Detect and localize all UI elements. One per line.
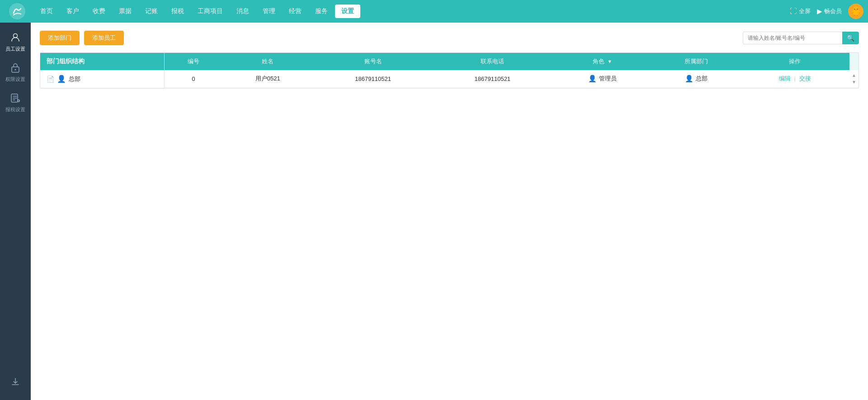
th-dept: 所属部门 <box>652 53 740 70</box>
role-person-icon: 👤 <box>588 75 597 83</box>
th-scroll <box>849 53 859 70</box>
cell-role: 👤 管理员 <box>552 70 652 88</box>
toolbar: 添加部门 添加员工 🔍 <box>40 31 859 45</box>
dept-panel-header: 部门组织结构 <box>40 53 164 70</box>
sidebar-item-permission[interactable]: 权限设置 <box>0 57 31 88</box>
file-icon: 📄 <box>47 75 54 83</box>
svg-point-1 <box>14 34 18 38</box>
panels: 部门组织结构 📄 👤 总部 编号 姓名 账号名 联系电话 <box>40 52 859 89</box>
dept-name: 总部 <box>69 75 80 83</box>
tax-settings-icon <box>10 93 20 104</box>
main-layout: 员工设置 权限设置 报税设置 <box>0 23 868 400</box>
cell-name: 用户0521 <box>222 70 313 88</box>
th-role[interactable]: 角色 ▼ <box>552 53 652 70</box>
vip-button[interactable]: ▶ 畅会员 <box>817 7 842 15</box>
top-navigation: 首页 客户 收费 票据 记账 报税 工商项目 消息 管理 经营 服务 设置 ⛶ … <box>0 0 868 23</box>
role-value: 管理员 <box>599 75 617 83</box>
fullscreen-button[interactable]: ⛶ 全屏 <box>790 7 811 15</box>
th-account: 账号名 <box>313 53 433 70</box>
lock-icon <box>11 63 20 74</box>
action-separator: | <box>794 75 796 82</box>
sidebar-item-employee[interactable]: 员工设置 <box>0 27 31 57</box>
nav-item-business[interactable]: 工商项目 <box>191 5 229 18</box>
sidebar-item-tax-settings[interactable]: 报税设置 <box>0 88 31 118</box>
nav-item-tax[interactable]: 报税 <box>165 5 190 18</box>
add-employee-button[interactable]: 添加员工 <box>84 31 124 45</box>
filter-icon: ▼ <box>607 59 612 64</box>
search-button[interactable]: 🔍 <box>842 32 859 44</box>
employee-icon <box>10 33 20 44</box>
cell-phone: 18679110521 <box>433 70 552 88</box>
cell-action: 编辑 | 交接 <box>740 70 849 88</box>
nav-item-account[interactable]: 记账 <box>139 5 164 18</box>
th-action: 操作 <box>740 53 849 70</box>
edit-link[interactable]: 编辑 <box>779 75 791 82</box>
add-dept-button[interactable]: 添加部门 <box>40 31 80 45</box>
nav-item-service[interactable]: 服务 <box>309 5 334 18</box>
cell-scroll: ▲ ▼ <box>849 70 859 88</box>
person-icon: 👤 <box>57 75 66 83</box>
th-name: 姓名 <box>222 53 313 70</box>
sidebar-bottom <box>0 372 31 400</box>
nav-item-home[interactable]: 首页 <box>34 5 59 18</box>
content-area: 添加部门 添加员工 🔍 部门组织结构 📄 👤 总部 <box>31 23 868 400</box>
cell-id: 0 <box>165 70 222 88</box>
dept-panel: 部门组织结构 📄 👤 总部 <box>40 53 165 88</box>
nav-item-fee[interactable]: 收费 <box>86 5 112 18</box>
employee-table: 编号 姓名 账号名 联系电话 角色 ▼ 所属部门 操作 <box>165 53 859 88</box>
table-header-row: 编号 姓名 账号名 联系电话 角色 ▼ 所属部门 操作 <box>165 53 859 70</box>
vip-icon: ▶ <box>817 7 822 15</box>
scroll-down-arrow[interactable]: ▼ <box>851 79 857 85</box>
nav-item-bill[interactable]: 票据 <box>113 5 138 18</box>
table-row: 0 用户0521 18679110521 18679110521 👤 管理员 <box>165 70 859 88</box>
sidebar: 员工设置 权限设置 报税设置 <box>0 23 31 400</box>
tax-settings-label: 报税设置 <box>5 107 25 113</box>
cell-dept: 👤 总部 <box>652 70 740 88</box>
nav-item-manage[interactable]: 管理 <box>256 5 282 18</box>
search-icon: 🔍 <box>847 34 854 42</box>
search-area: 🔍 <box>743 32 859 44</box>
transfer-link[interactable]: 交接 <box>799 75 811 82</box>
nav-item-settings[interactable]: 设置 <box>335 5 360 18</box>
nav-item-operation[interactable]: 经营 <box>283 5 308 18</box>
th-id: 编号 <box>165 53 222 70</box>
right-actions: ⛶ 全屏 ▶ 畅会员 🐥 <box>790 4 863 19</box>
cell-account: 18679110521 <box>313 70 433 88</box>
table-panel: 编号 姓名 账号名 联系电话 角色 ▼ 所属部门 操作 <box>165 53 859 88</box>
dept-item-general[interactable]: 📄 👤 总部 <box>40 70 164 88</box>
employee-label: 员工设置 <box>5 46 25 52</box>
download-icon <box>10 377 20 388</box>
nav-item-customer[interactable]: 客户 <box>60 5 85 18</box>
dept-person-icon: 👤 <box>685 75 693 83</box>
permission-label: 权限设置 <box>5 76 25 82</box>
fullscreen-icon: ⛶ <box>790 7 797 15</box>
avatar[interactable]: 🐥 <box>848 4 863 19</box>
nav-item-message[interactable]: 消息 <box>230 5 255 18</box>
th-phone: 联系电话 <box>433 53 552 70</box>
svg-point-3 <box>15 69 16 71</box>
nav-items: 首页 客户 收费 票据 记账 报税 工商项目 消息 管理 经营 服务 设置 <box>34 5 790 18</box>
search-input[interactable] <box>743 32 842 44</box>
dept-value: 总部 <box>696 75 708 83</box>
vip-label: 畅会员 <box>824 7 842 15</box>
sidebar-download[interactable] <box>0 372 31 394</box>
logo <box>5 3 29 19</box>
scroll-up-arrow[interactable]: ▲ <box>851 72 857 79</box>
svg-point-0 <box>9 3 25 19</box>
fullscreen-label: 全屏 <box>799 7 811 15</box>
